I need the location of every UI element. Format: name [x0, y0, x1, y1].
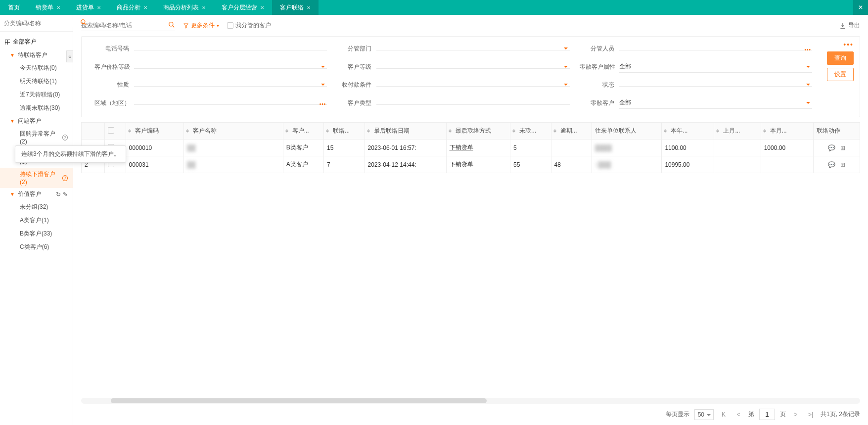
filter-input-payment[interactable] [376, 83, 569, 87]
sort-icon[interactable] [512, 128, 516, 134]
tree-item-class-b[interactable]: B类客户(33) [0, 227, 73, 240]
col-last-month[interactable]: 上月... [714, 123, 761, 140]
col-actions[interactable]: 联络动作 [813, 123, 860, 140]
search-icon[interactable] [78, 19, 87, 27]
filter-input-price-level[interactable] [134, 65, 327, 69]
qrcode-icon[interactable]: ⊞ [840, 144, 845, 151]
sort-icon[interactable] [664, 128, 668, 134]
sidebar-search-input[interactable] [4, 20, 78, 27]
refresh-icon[interactable]: ↻ [56, 191, 61, 198]
col-rownum[interactable] [82, 123, 105, 140]
settings-button[interactable]: 设置 [827, 68, 854, 81]
tree-item-overdue[interactable]: 逾期未联络(30) [0, 101, 73, 115]
tree-item-ungrouped[interactable]: 未分组(32) [0, 200, 73, 214]
more-filter-button[interactable]: 更多条件 ▾ [183, 21, 219, 30]
tab-customer-contact[interactable]: 客户联络✕ [272, 0, 319, 15]
tab-home[interactable]: 首页 [0, 0, 28, 15]
tree-group-pending-contact[interactable]: ▼ 待联络客户 [0, 49, 73, 61]
search-icon[interactable] [168, 21, 175, 30]
close-icon[interactable]: ✕ [143, 5, 147, 10]
tab-product-analysis[interactable]: 商品分析✕ [109, 0, 155, 15]
chat-icon[interactable]: 💬 [828, 144, 835, 151]
col-overdue[interactable]: 逾期... [551, 123, 592, 140]
sort-icon[interactable] [128, 128, 132, 134]
next-page-button[interactable]: > [791, 410, 801, 420]
tab-purchase-order[interactable]: 进货单✕ [68, 0, 109, 15]
sort-icon[interactable] [285, 128, 289, 134]
filter-input-status[interactable] [619, 83, 812, 87]
tab-product-analysis-list[interactable]: 商品分析列表✕ [155, 0, 214, 15]
col-contact-person[interactable]: 往来单位联系人 [592, 123, 662, 140]
qrcode-icon[interactable]: ⊞ [840, 161, 845, 168]
col-this-year[interactable]: 本年... [662, 123, 714, 140]
tree-item-tomorrow[interactable]: 明天待联络(1) [0, 75, 73, 88]
search-input[interactable] [81, 20, 168, 31]
table-row[interactable]: 2 000031 ██ A类客户 7 2023-04-12 14:44: 下销货… [82, 156, 860, 173]
cell-last-method[interactable]: 下销货单 [446, 156, 510, 173]
first-page-button[interactable]: K [719, 410, 729, 420]
tree-item-today[interactable]: 今天待联络(0) [0, 61, 73, 75]
tree-group-value-customers[interactable]: ▼ 价值客户 ↻ ✎ [0, 188, 73, 200]
col-this-month[interactable]: 本月... [761, 123, 813, 140]
close-all-tabs[interactable]: ✕ [853, 0, 868, 15]
close-icon[interactable]: ✕ [260, 5, 264, 10]
col-checkbox[interactable] [105, 123, 126, 140]
more-options-button[interactable]: ••• [843, 41, 854, 48]
cell-code: 0000010 [126, 140, 184, 156]
close-icon[interactable]: ✕ [202, 5, 206, 10]
prev-page-button[interactable]: < [733, 410, 743, 420]
last-page-button[interactable]: >| [806, 410, 816, 420]
filter-input-nature[interactable] [134, 83, 327, 87]
filter-input-retail-attr[interactable]: 全部 [619, 61, 812, 73]
my-customers-checkbox[interactable]: 我分管的客户 [227, 21, 271, 30]
per-page-select[interactable]: 50 [694, 409, 714, 420]
col-last-contact-date[interactable]: 最后联络日期 [365, 123, 446, 140]
col-contact-count[interactable]: 联络... [324, 123, 365, 140]
col-customer-name[interactable]: 客户名称 [184, 123, 283, 140]
help-icon[interactable]: ? [62, 135, 68, 141]
close-icon[interactable]: ✕ [56, 5, 60, 10]
edit-icon[interactable]: ✎ [63, 191, 68, 198]
cell-last-method[interactable]: 下销货单 [446, 140, 510, 156]
checkbox-icon[interactable] [108, 127, 114, 134]
filter-input-cust-level[interactable] [376, 65, 569, 69]
tree-item-class-a[interactable]: A类客户(1) [0, 214, 73, 227]
sort-icon[interactable] [763, 128, 767, 134]
col-customer-level[interactable]: 客户... [283, 123, 323, 140]
filter-input-phone[interactable] [134, 47, 327, 50]
sort-icon[interactable] [326, 128, 330, 134]
col-no-contact[interactable]: 未联... [510, 123, 551, 140]
chat-icon[interactable]: 💬 [828, 161, 835, 168]
horizontal-scrollbar[interactable] [81, 398, 860, 404]
col-customer-code[interactable]: 客户编码 [126, 123, 184, 140]
help-icon[interactable]: ? [62, 175, 68, 181]
query-button[interactable]: 查询 [827, 51, 854, 65]
sort-icon[interactable] [716, 128, 720, 134]
tree-item-repurchase-abnormal[interactable]: 回购异常客户(2)? [0, 127, 73, 147]
sort-icon[interactable] [553, 128, 557, 134]
close-icon[interactable]: ✕ [307, 5, 311, 10]
sort-icon[interactable] [186, 128, 190, 134]
tree-group-problem-customers[interactable]: ▼ 问题客户 [0, 115, 73, 127]
table-row[interactable]: 1 0000010 ██ B类客户 15 2023-06-01 16:57: 下… [82, 140, 860, 156]
filter-input-retail[interactable]: 全部 [619, 97, 812, 109]
filter-input-region[interactable] [134, 101, 327, 105]
tab-sales-order[interactable]: 销货单✕ [28, 0, 68, 15]
table-container[interactable]: 客户编码 客户名称 客户... 联络... 最后联络日期 最后联络方式 未联..… [81, 122, 860, 396]
tree-item-class-c[interactable]: C类客户(6) [0, 240, 73, 254]
tree-item-7days[interactable]: 近7天待联络(0) [0, 88, 73, 101]
page-input[interactable] [759, 409, 775, 420]
tab-customer-tier[interactable]: 客户分层经营✕ [214, 0, 272, 15]
export-button[interactable]: 导出 [839, 21, 860, 30]
col-last-contact-method[interactable]: 最后联络方式 [446, 123, 510, 140]
collapse-sidebar-button[interactable]: « [66, 50, 73, 62]
tree-root-all-customers[interactable]: 全部客户 [0, 35, 73, 49]
close-icon[interactable]: ✕ [97, 5, 101, 10]
sort-icon[interactable] [449, 128, 453, 134]
filter-input-cust-type[interactable] [376, 101, 569, 105]
filter-input-dept[interactable] [376, 47, 569, 50]
filter-input-staff[interactable] [619, 47, 812, 50]
scrollbar-thumb[interactable] [111, 398, 487, 403]
tree-item-declining[interactable]: 持续下滑客户(2)? [0, 168, 73, 188]
sort-icon[interactable] [367, 128, 371, 134]
